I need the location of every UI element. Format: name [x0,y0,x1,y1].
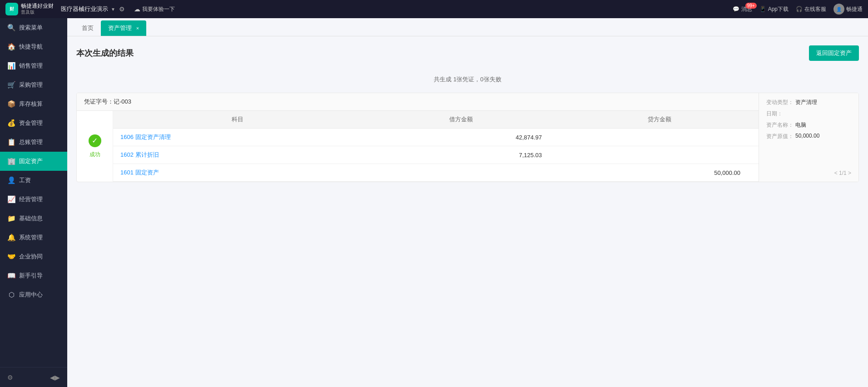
company-selector[interactable]: 医疗器械行业演示 ▼ [61,5,115,13]
sidebar-label-system: 系统管理 [19,233,43,242]
main-layout: 🔍 搜索菜单 🏠 快捷导航 📊 销售管理 🛒 采购管理 📦 库存核算 💰 [0,18,868,387]
sidebar-label-inventory: 库存核算 [19,100,43,108]
voucher-number: 凭证字号：记-003 [84,98,131,106]
sidebar-item-inventory[interactable]: 📦 库存核算 [0,94,67,114]
sidebar-item-ledger[interactable]: 📋 总账管理 [0,133,67,152]
sidebar-item-fixed-assets[interactable]: 🏢 固定资产 [0,152,67,171]
chart-icon: 📊 [7,62,15,70]
asset-name-value: 电脑 [795,121,806,129]
page-content: 本次生成的结果 返回固定资产 共生成 1张凭证，0张失败 凭证字号：记-003 … [67,36,868,387]
sidebar-label-ledger: 总账管理 [19,138,43,146]
sidebar-item-enterprise[interactable]: 🤝 企业协同 [0,247,67,266]
experience-button[interactable]: ☁ 我要体验一下 [134,5,175,13]
account-name-1: 1602 累计折旧 [113,146,362,164]
col-credit: 贷方金额 [560,111,759,129]
page-title: 本次生成的结果 [76,48,134,59]
sidebar-item-system[interactable]: 🔔 系统管理 [0,228,67,247]
app-edition: 普及版 [21,9,54,15]
table-column: 科目 借方金额 贷方金额 1606 固定资产清理 [113,111,759,182]
experience-text: 我要体验一下 [142,5,175,13]
summary-bar: 共生成 1张凭证，0张失败 [76,70,859,89]
tabs-bar: 首页 资产管理 × [67,18,868,36]
tab-home[interactable]: 首页 [74,20,101,36]
account-code-0: 1606 [120,134,134,140]
top-bar: 财 畅捷通好业财 普及版 医疗器械行业演示 ▼ ⚙ ☁ 我要体验一下 💬 消息 … [0,0,868,18]
account-label-1: 累计折旧 [135,151,159,158]
sidebar-label-basic-info: 基础信息 [19,214,43,223]
sidebar-label-enterprise: 企业协同 [19,253,43,261]
debit-amount-0: 42,874.97 [362,129,560,146]
app-download-label: App下载 [768,5,789,13]
sidebar-item-basic-info[interactable]: 📁 基础信息 [0,209,67,228]
customer-service-label: 在线客服 [804,5,826,13]
sidebar-item-app-center[interactable]: ⬡ 应用中心 [0,285,67,304]
voucher-panel: 凭证字号：记-003 ✏ 修改 ✓ 成功 [76,93,859,182]
messages-button[interactable]: 💬 消息 99+ [733,5,752,13]
credit-amount-1 [560,146,759,164]
side-info-panel: 变动类型： 资产清理 日期： 资产名称： 电脑 资产原值： 50,000.00 [759,93,858,182]
account-label-2: 固定资产 [135,169,159,176]
sidebar-item-finance[interactable]: 💰 资金管理 [0,114,67,133]
sidebar-item-quick-nav[interactable]: 🏠 快捷导航 [0,37,67,56]
sidebar-label-app-center: 应用中心 [19,291,43,299]
folder-icon: 📁 [7,214,15,223]
sidebar-label-finance: 资金管理 [19,119,43,127]
side-info-change-type: 变动类型： 资产清理 [766,99,851,106]
box-icon: 📦 [7,100,15,108]
home-icon: 🏠 [7,43,15,51]
side-info-original-value: 资产原值： 50,000.00 [766,133,851,140]
return-button[interactable]: 返回固定资产 [809,45,859,61]
cloud-icon: ☁ [134,5,140,13]
bell-icon: 🔔 [7,233,15,242]
sidebar-label-purchase: 采购管理 [19,81,43,89]
company-dropdown-icon: ▼ [111,7,115,12]
sidebar-label-search-menu: 搜索菜单 [19,24,43,32]
tab-close-icon[interactable]: × [136,25,139,31]
settings-bottom-icon[interactable]: ⚙ [7,374,13,381]
app-name: 畅捷通好业财 [21,3,54,9]
account-code-1: 1602 [120,151,134,158]
sidebar-item-payroll[interactable]: 👤 工资 [0,171,67,190]
sidebar-item-sales[interactable]: 📊 销售管理 [0,56,67,75]
success-label: 成功 [89,151,100,159]
sidebar-scroll: 🔍 搜索菜单 🏠 快捷导航 📊 销售管理 🛒 采购管理 📦 库存核算 💰 [0,18,67,367]
side-pagination: < 1/1 > [834,170,851,176]
app-download-button[interactable]: 📱 App下载 [759,5,789,13]
success-column: ✓ 成功 [77,111,113,182]
user-menu[interactable]: 👤 畅捷通 [833,4,863,15]
sidebar-label-management: 经营管理 [19,195,43,203]
credit-amount-2: 50,000.00 [560,164,759,182]
sidebar-bottom: ⚙ ◀▶ [0,367,67,387]
company-name: 医疗器械行业演示 [61,5,108,13]
pagination-text: < 1/1 > [834,170,851,176]
content-area: 首页 资产管理 × 本次生成的结果 返回固定资产 共生成 1张凭证，0张失败 [67,18,868,387]
change-type-label: 变动类型： [766,99,794,106]
user-name: 畅捷通 [846,5,863,13]
original-value-value: 50,000.00 [795,133,819,139]
account-label-0: 固定资产清理 [135,134,171,140]
sidebar-label-quick-nav: 快捷导航 [19,43,43,51]
logo-text-group: 畅捷通好业财 普及版 [21,3,54,15]
date-label: 日期： [766,110,792,118]
tab-asset-management[interactable]: 资产管理 × [101,20,146,36]
asset-name-label: 资产名称： [766,121,794,129]
table-row: 1606 固定资产清理 42,874.97 [113,129,759,146]
debit-amount-2 [362,164,560,182]
messages-badge: 99+ [745,3,757,9]
app-download-icon: 📱 [759,6,766,12]
sidebar-item-purchase[interactable]: 🛒 采购管理 [0,75,67,94]
settings-gear-icon[interactable]: ⚙ [119,5,125,13]
customer-service-button[interactable]: 🎧 在线客服 [796,5,826,13]
person-icon: 👤 [7,176,15,184]
original-value-label: 资产原值： [766,133,794,140]
side-info-asset-name: 资产名称： 电脑 [766,121,851,129]
account-name-0: 1606 固定资产清理 [113,129,362,146]
sidebar-item-guide[interactable]: 📖 新手引导 [0,266,67,285]
avatar: 👤 [833,4,844,15]
collapse-icon[interactable]: ◀▶ [50,374,60,381]
account-code-2: 1601 [120,169,134,176]
book-icon: 📖 [7,272,15,280]
table-row: 1601 固定资产 50,000.00 [113,164,759,182]
sidebar-item-management[interactable]: 📈 经营管理 [0,190,67,209]
sidebar-item-search-menu[interactable]: 🔍 搜索菜单 [0,18,67,37]
